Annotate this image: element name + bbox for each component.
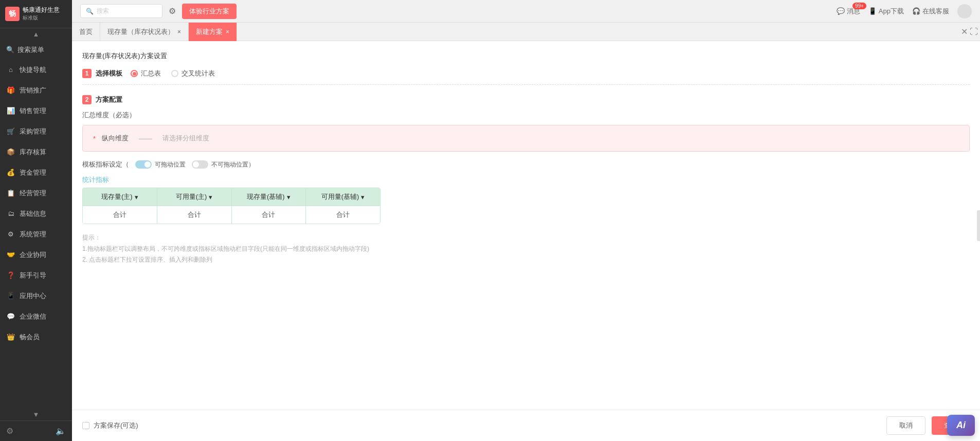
step1-title: 选择模板 <box>96 69 122 78</box>
sidebar-item-purchase[interactable]: 🛒 采购管理 <box>0 121 72 142</box>
step1-num: 1 <box>82 69 92 78</box>
gift-icon: 🎁 <box>6 86 15 95</box>
field-placeholder[interactable]: 请选择分组维度 <box>162 134 209 143</box>
experience-btn[interactable]: 体验行业方案 <box>182 4 237 19</box>
sidebar-item-basic-info[interactable]: 🗂 基础信息 <box>0 204 72 224</box>
cart-icon: 🛒 <box>6 127 15 136</box>
clipboard-icon: 📋 <box>6 189 15 198</box>
sidebar-item-quick-nav[interactable]: ⌂ 快捷导航 <box>0 60 72 80</box>
radio-cross-label: 交叉统计表 <box>182 69 215 78</box>
stats-col3-label: 现存量(基辅) <box>247 192 285 201</box>
required-star: * <box>93 135 96 142</box>
stats-col4-header[interactable]: 可用量(基辅) ▾ <box>306 188 380 206</box>
sidebar-item-wechat[interactable]: 💬 企业微信 <box>0 306 72 327</box>
app-edition: 标准版 <box>23 14 60 22</box>
tab-home[interactable]: 首页 <box>72 23 100 41</box>
tab-home-label: 首页 <box>79 27 93 36</box>
close-window-icon[interactable]: ✕ <box>961 27 968 36</box>
topbar-search[interactable]: 🔍 搜索 <box>80 4 162 18</box>
tab-new-scheme-label: 新建方案 <box>196 27 223 36</box>
step1-header: 1 选择模板 汇总表 交叉统计表 <box>82 69 970 78</box>
stats-header: 现存量(主) ▾ 可用量(主) ▾ 现存量(基辅) ▾ <box>83 188 380 206</box>
sidebar-item-label: 畅会员 <box>20 333 40 342</box>
sidebar-scroll-down[interactable]: ▼ <box>0 409 72 420</box>
indicator-label: 模板指标设定（ 可拖动位置 不可拖动位置） <box>82 160 970 169</box>
sidebar-search[interactable]: 🔍 搜索菜单 <box>0 40 72 60</box>
sidebar-scroll-up[interactable]: ▲ <box>0 28 72 40</box>
download-icon: 📱 <box>868 7 877 15</box>
save-checkbox-box[interactable] <box>82 422 89 429</box>
sidebar-item-label: 企业微信 <box>20 312 46 321</box>
step1-divider <box>82 84 970 85</box>
save-checkbox[interactable]: 方案保存(可选) <box>82 421 881 430</box>
ai-floating-button[interactable]: Ai <box>947 415 975 436</box>
tip-item-1: 1.拖动标题栏可以调整布局，不可跨维度或指标区域拖动栏目字段(只能在同一维度或指… <box>82 244 970 255</box>
topbar-gear-icon[interactable]: ⚙ <box>169 6 176 16</box>
sidebar-nav: ⌂ 快捷导航 🎁 营销推广 📊 销售管理 🛒 采购管理 📦 库存核算 💰 资金管… <box>0 60 72 409</box>
stats-col4-value: 合计 <box>306 206 380 224</box>
expand-window-icon[interactable]: ⛶ <box>970 27 978 36</box>
app-download-btn[interactable]: 📱 App下载 <box>868 7 904 16</box>
question-icon: ❓ <box>6 271 15 280</box>
draggable-toggle[interactable]: 可拖动位置 <box>135 160 186 169</box>
stats-row: 合计 合计 合计 合计 <box>83 206 380 224</box>
radio-summary-circle <box>131 70 138 77</box>
cancel-button[interactable]: 取消 <box>886 416 925 435</box>
sidebar-item-sales[interactable]: 📊 销售管理 <box>0 101 72 121</box>
tab-inventory-close[interactable]: × <box>177 28 181 35</box>
radio-cross[interactable]: 交叉统计表 <box>171 69 215 78</box>
non-draggable-toggle: 不可拖动位置） <box>192 160 255 169</box>
stats-col1-header[interactable]: 现存量(主) ▾ <box>83 188 157 206</box>
app-logo: 畅 畅康通好生意 标准版 <box>0 0 72 28</box>
bottom-bar: 方案保存(可选) 取消 查询 <box>72 410 980 441</box>
topbar-left: 🔍 搜索 ⚙ 体验行业方案 <box>80 4 237 19</box>
search-icon: 🔍 <box>86 8 94 15</box>
topbar-right: 💬 消息 99+ 📱 App下载 🎧 在线客服 <box>837 4 972 19</box>
sidebar-item-operations[interactable]: 📋 经营管理 <box>0 183 72 204</box>
chevron-down-icon: ▾ <box>287 193 291 201</box>
sidebar-item-inventory[interactable]: 📦 库存核算 <box>0 142 72 162</box>
sidebar-item-contract[interactable]: 🤝 企业协同 <box>0 245 72 265</box>
sidebar-item-newbie[interactable]: ❓ 新手引导 <box>0 265 72 286</box>
tab-new-scheme[interactable]: 新建方案 × <box>189 23 237 41</box>
sidebar-item-label: 快捷导航 <box>20 65 46 75</box>
tabs-bar: 首页 现存量（库存状况表） × 新建方案 × ✕ ⛶ <box>72 23 980 41</box>
tab-inventory-label: 现存量（库存状况表） <box>107 27 174 36</box>
message-btn[interactable]: 💬 消息 99+ <box>837 7 860 16</box>
folder-icon: 🗂 <box>6 209 15 218</box>
sidebar-search-label: 搜索菜单 <box>17 45 44 54</box>
search-icon: 🔍 <box>6 46 14 53</box>
settings-icon[interactable]: ⚙ <box>6 426 13 436</box>
online-service-btn[interactable]: 🎧 在线客服 <box>912 7 949 16</box>
sidebar-item-system[interactable]: ⚙ 系统管理 <box>0 224 72 245</box>
stats-col2-label: 可用量(主) <box>176 192 207 201</box>
page-title: 现存量(库存状况表)方案设置 <box>82 51 970 61</box>
stats-col3-header[interactable]: 现存量(基辅) ▾ <box>232 188 306 206</box>
sidebar-item-label: 新手引导 <box>20 271 46 280</box>
sound-icon[interactable]: 🔈 <box>56 426 66 436</box>
required-field-area: * 纵向维度 —— 请选择分组维度 <box>82 125 970 152</box>
summary-dimension-label: 汇总维度（必选） <box>82 111 970 120</box>
sidebar-item-member[interactable]: 👑 畅会员 <box>0 327 72 347</box>
chart-icon: 📊 <box>6 106 15 116</box>
required-field: * 纵向维度 —— 请选择分组维度 <box>93 134 959 143</box>
sidebar-item-finance[interactable]: 💰 资金管理 <box>0 162 72 183</box>
gear-icon: ⚙ <box>6 230 15 239</box>
tab-inventory-status[interactable]: 现存量（库存状况表） × <box>100 23 189 41</box>
user-avatar[interactable] <box>957 4 972 19</box>
field-separator: —— <box>139 135 152 142</box>
template-radio-group: 汇总表 交叉统计表 <box>131 69 215 78</box>
crown-icon: 👑 <box>6 333 15 342</box>
radio-summary[interactable]: 汇总表 <box>131 69 161 78</box>
sidebar-item-marketing[interactable]: 🎁 营销推广 <box>0 80 72 101</box>
step2-num: 2 <box>82 95 92 104</box>
sidebar-bottom: ⚙ 🔈 <box>0 420 72 441</box>
chevron-down-icon: ▾ <box>361 193 365 201</box>
stats-col2-header[interactable]: 可用量(主) ▾ <box>157 188 232 206</box>
sidebar-item-app-center[interactable]: 📱 应用中心 <box>0 286 72 306</box>
right-resize-handle[interactable] <box>977 210 980 241</box>
save-label: 方案保存(可选) <box>94 421 138 430</box>
topbar: 🔍 搜索 ⚙ 体验行业方案 💬 消息 99+ 📱 App下载 🎧 在线客服 <box>72 0 980 23</box>
sidebar-item-label: 应用中心 <box>20 291 46 301</box>
tab-new-scheme-close[interactable]: × <box>226 28 229 35</box>
